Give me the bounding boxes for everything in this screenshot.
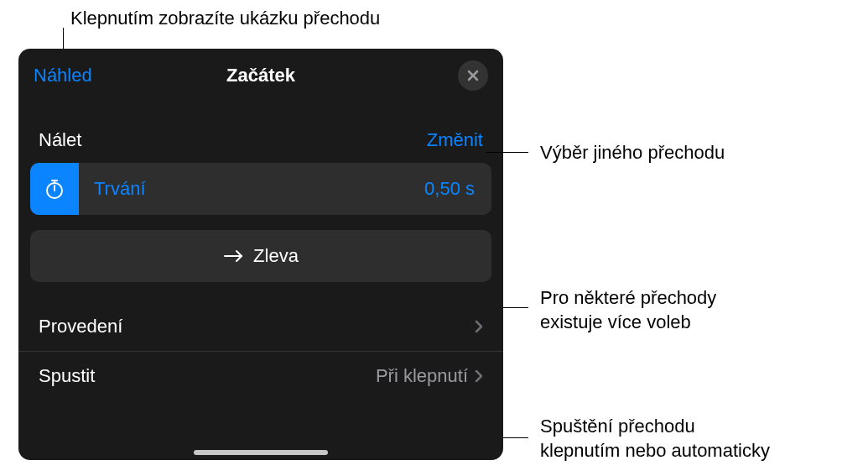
preview-button[interactable]: Náhled (34, 65, 92, 86)
callout-start-line1: Spuštění přechodu (540, 415, 770, 439)
direction-row[interactable]: Zleva (30, 230, 491, 282)
callout-direction-line1: Pro některé přechody (540, 286, 716, 311)
callout-direction-line2: existuje více voleb (540, 311, 716, 335)
close-icon (466, 69, 480, 82)
chevron-right-icon (475, 320, 483, 333)
callout-start-text: Spuštění přechodu klepnutím nebo automat… (540, 415, 770, 463)
callout-direction-text: Pro některé přechody existuje více voleb (540, 286, 716, 334)
stopwatch-icon (43, 177, 66, 201)
start-label: Spustit (39, 365, 95, 387)
stopwatch-icon-container (30, 163, 79, 215)
transition-settings-panel: Náhled Začátek Nálet Změnit Trvání 0, (18, 49, 503, 460)
delivery-label: Provedení (39, 316, 122, 337)
duration-label: Trvání (94, 178, 146, 200)
delivery-row[interactable]: Provedení (18, 302, 503, 351)
callout-change-text: Výběr jiného přechodu (540, 141, 725, 165)
chevron-right-icon (475, 369, 483, 383)
change-button[interactable]: Změnit (427, 129, 483, 151)
callout-preview-text: Klepnutím zobrazíte ukázku přechodu (70, 7, 380, 31)
duration-value: 0,50 s (424, 178, 475, 200)
callout-line (503, 437, 528, 438)
transition-section-header: Nálet Změnit (18, 99, 503, 163)
transition-name-label: Nálet (39, 129, 81, 151)
panel-title: Začátek (226, 65, 295, 86)
arrow-right-icon (223, 248, 245, 264)
duration-row[interactable]: Trvání 0,50 s (30, 163, 491, 215)
start-value: Při klepnutí (376, 365, 468, 387)
close-button[interactable] (458, 60, 488, 91)
callout-line (503, 307, 528, 308)
direction-label: Zleva (253, 245, 299, 267)
start-row[interactable]: Spustit Při klepnutí (18, 351, 503, 407)
callout-line (486, 152, 528, 153)
callout-start-line2: klepnutím nebo automaticky (540, 439, 770, 463)
home-indicator (194, 450, 328, 455)
panel-header: Náhled Začátek (18, 49, 503, 99)
